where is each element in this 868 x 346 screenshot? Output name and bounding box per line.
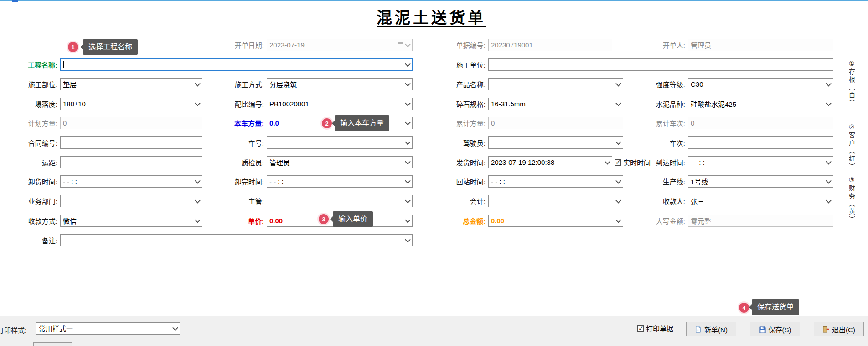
chevron-down-icon[interactable]	[825, 176, 832, 187]
project-name-label: 工程名称:	[4, 60, 60, 69]
chevron-down-icon[interactable]	[615, 79, 622, 90]
unload-done-time-field: 卸完时间: - - : :	[210, 175, 413, 188]
text-caret	[63, 61, 64, 68]
ship-time-label: 发货时间:	[432, 157, 488, 167]
chevron-down-icon[interactable]	[615, 98, 622, 110]
construction-part-combobox[interactable]: 垫层	[60, 78, 202, 90]
slump-field: 塌落度: 180±10	[4, 98, 202, 110]
construction-unit-input[interactable]	[488, 58, 833, 71]
amount-words-input: 零元整	[688, 215, 833, 227]
cum-volume-input: 0	[488, 117, 623, 129]
product-name-combobox[interactable]	[488, 78, 623, 90]
strength-grade-combobox[interactable]: C30	[688, 78, 833, 90]
chevron-down-icon[interactable]	[404, 98, 412, 110]
driver-field: 驾驶员:	[432, 136, 623, 149]
print-style-combobox[interactable]: 常用样式一	[36, 322, 180, 335]
tour-tooltip-2: 输入本车方量	[335, 115, 389, 131]
window-top-marker	[12, 0, 18, 2]
truck-no-label: 车号:	[210, 138, 267, 147]
chevron-down-icon[interactable]	[615, 137, 622, 148]
trip-input[interactable]	[688, 136, 833, 149]
chevron-down-icon[interactable]	[825, 79, 832, 90]
print-style-label: 打印样式:	[0, 325, 26, 335]
slump-combobox[interactable]: 180±10	[60, 98, 202, 110]
truck-no-combobox[interactable]	[267, 136, 413, 149]
cum-trips-input: 0	[688, 117, 833, 129]
accountant-label: 会计:	[432, 196, 488, 206]
amount-words-value: 零元整	[691, 216, 832, 225]
save-button[interactable]: 保存(S)	[750, 322, 800, 336]
chevron-down-icon[interactable]	[825, 195, 832, 207]
save-icon	[759, 326, 766, 333]
accountant-combobox[interactable]	[488, 195, 623, 207]
chevron-down-icon[interactable]	[825, 157, 832, 168]
chevron-down-icon[interactable]	[604, 157, 611, 168]
chevron-down-icon[interactable]	[194, 79, 202, 90]
chevron-down-icon[interactable]	[404, 235, 412, 246]
chevron-down-icon[interactable]	[194, 176, 202, 187]
product-name-label: 产品名称:	[432, 79, 488, 89]
chevron-down-icon[interactable]	[171, 323, 179, 334]
chevron-down-icon[interactable]	[404, 137, 412, 148]
copy-label-customer: ②客户（红）	[847, 123, 856, 171]
exit-button[interactable]: 退出(C)	[814, 322, 864, 336]
arrive-time-combobox[interactable]: - - : :	[688, 156, 833, 168]
chevron-down-icon[interactable]	[194, 98, 202, 110]
mix-no-combobox[interactable]: PB10020001	[267, 98, 413, 110]
distance-input[interactable]	[60, 156, 202, 168]
return-time-combobox[interactable]: - - : :	[488, 175, 623, 188]
construction-method-label: 施工方式:	[210, 79, 267, 89]
arrive-time-field: 到达时间: - - : :	[631, 156, 833, 168]
project-name-combobox[interactable]	[60, 58, 413, 71]
payee-combobox[interactable]: 张三	[688, 195, 833, 207]
unload-time-label: 卸货时间:	[4, 177, 60, 186]
billing-date-value: 2023-07-19	[269, 41, 398, 49]
construction-method-combobox[interactable]: 分层浇筑	[267, 78, 413, 90]
contract-no-input[interactable]	[60, 136, 202, 149]
gravel-spec-combobox[interactable]: 16-31.5mm	[488, 98, 623, 110]
cement-type-combobox[interactable]: 硅酸盐水泥425	[688, 98, 833, 110]
chevron-down-icon[interactable]	[615, 215, 622, 226]
chevron-down-icon[interactable]	[194, 195, 202, 207]
planned-volume-field: 计划方量: 0	[4, 117, 202, 129]
pay-method-combobox[interactable]: 微信	[60, 215, 202, 227]
gravel-spec-label: 碎石规格:	[432, 99, 488, 109]
construction-method-value: 分层浇筑	[269, 79, 404, 89]
trip-label: 车次:	[631, 138, 688, 147]
ship-time-combobox[interactable]: 2023-07-19 12:00:38	[488, 156, 612, 168]
truck-volume-label: 本车方量:	[210, 118, 267, 128]
chevron-down-icon[interactable]	[404, 195, 412, 207]
inspector-combobox[interactable]: 管理员	[267, 156, 413, 168]
unload-done-time-value: - - : :	[269, 178, 404, 185]
app-window: 混泥土送货单 开单日期: 2023-07-19 单据编号: 2023071900…	[0, 0, 868, 346]
contract-no-field: 合同编号:	[4, 136, 202, 149]
new-doc-button[interactable]: 新单(N)	[686, 322, 736, 336]
chevron-down-icon[interactable]	[194, 215, 202, 226]
accountant-field: 会计:	[432, 195, 623, 207]
chevron-down-icon[interactable]	[825, 98, 832, 110]
driver-combobox[interactable]	[488, 136, 623, 149]
chevron-down-icon[interactable]	[404, 59, 412, 70]
return-time-field: 回站时间: - - : :	[432, 175, 623, 188]
business-dept-combobox[interactable]	[60, 195, 202, 207]
gravel-spec-value: 16-31.5mm	[491, 100, 615, 108]
chevron-down-icon[interactable]	[615, 195, 622, 207]
product-name-field: 产品名称:	[432, 78, 623, 90]
chevron-down-icon[interactable]	[404, 176, 412, 187]
unload-done-time-label: 卸完时间:	[210, 177, 267, 186]
total-amount-combobox[interactable]: 0.00	[488, 215, 623, 227]
unload-done-time-combobox[interactable]: - - : :	[267, 175, 413, 188]
supervisor-combobox[interactable]	[267, 195, 413, 207]
chevron-down-icon[interactable]	[404, 79, 412, 90]
chevron-down-icon[interactable]	[404, 117, 412, 129]
unload-time-combobox[interactable]: - - : :	[60, 175, 202, 188]
chevron-down-icon[interactable]	[615, 176, 622, 187]
chevron-down-icon[interactable]	[404, 157, 412, 168]
contract-no-label: 合同编号:	[4, 138, 60, 147]
production-line-combobox[interactable]: 1号线	[688, 175, 833, 188]
chevron-down-icon[interactable]	[404, 215, 412, 226]
print-receipt-checkbox[interactable]: 打印单据	[637, 322, 673, 335]
remark-combobox[interactable]	[60, 234, 413, 246]
cum-volume-label: 累计方量:	[432, 118, 488, 128]
strength-grade-value: C30	[691, 80, 825, 88]
